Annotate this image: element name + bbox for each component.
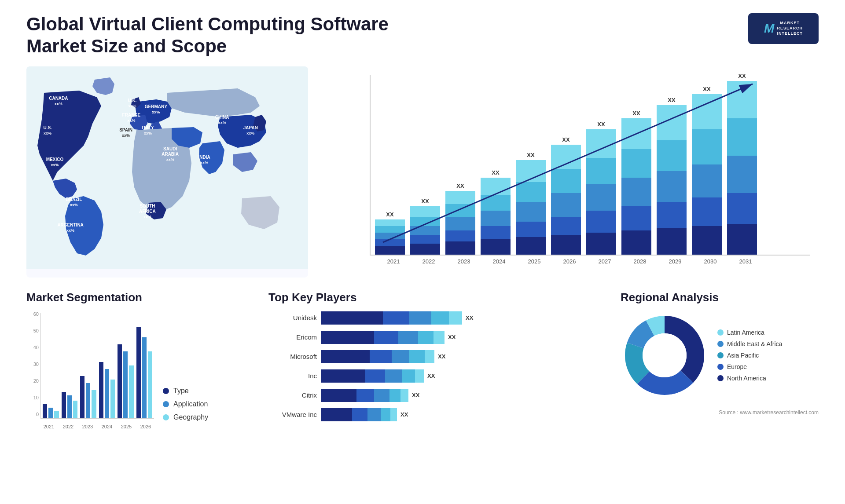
segmentation-section: Market Segmentation 0 10 20 30 40 50 60	[26, 291, 255, 440]
bar-seg-2024-3	[481, 195, 511, 211]
bar-top-label-2024: XX	[492, 169, 499, 176]
player-bar-seg-3	[402, 369, 415, 383]
legend-geography: Geography	[163, 413, 208, 421]
bar-seg-2023-4	[445, 191, 475, 204]
bar-seg-2022-1	[410, 235, 440, 244]
bar-seg-2023-3	[445, 204, 475, 217]
world-map-svg	[26, 66, 308, 269]
player-bar-seg-0	[321, 389, 356, 402]
player-bar-seg-2	[385, 369, 402, 383]
seg-bar-2026-1	[142, 337, 147, 418]
players-title: Top Key Players	[268, 291, 607, 304]
player-value-Microsoft: XX	[438, 353, 445, 360]
seg-bar-2021-2	[54, 411, 59, 418]
player-bar-seg-3	[431, 311, 449, 325]
player-row-Inc: IncXX	[268, 369, 607, 383]
bar-seg-2027-0	[586, 233, 616, 255]
player-bar-seg-0	[321, 408, 352, 421]
seg-bar-group-2022	[62, 392, 78, 418]
player-bar-seg-1	[356, 389, 374, 402]
seg-x-label-2025: 2025	[118, 424, 135, 429]
players-chart: UnideskXXEricomXXMicrosoftXXIncXXCitrixX…	[268, 311, 607, 421]
player-bar-seg-1	[352, 408, 367, 421]
player-bar-seg-0	[321, 350, 370, 363]
player-bar-stack-Ericom	[321, 331, 445, 344]
player-bar-container-Ericom: XX	[321, 331, 456, 344]
player-name-Unidesk: Unidesk	[268, 314, 317, 321]
bar-group-2025: XX	[516, 152, 546, 255]
bar-seg-2025-4	[516, 160, 546, 182]
legend-dot-application	[163, 401, 169, 407]
header: Global Virtual Client Computing Software…	[26, 13, 819, 58]
map-section: CANADAxx% U.S.xx% MEXICOxx% BRAZILxx% AR…	[26, 66, 308, 278]
bar-seg-2022-0	[410, 244, 440, 255]
bar-stack-2027	[586, 129, 616, 255]
bar-seg-2028-4	[621, 118, 651, 149]
player-bar-seg-2	[374, 389, 389, 402]
seg-bar-group-2026	[136, 327, 153, 418]
legend-application: Application	[163, 400, 208, 408]
regional-label-apac: Asia Pacific	[727, 352, 759, 359]
seg-x-label-2022: 2022	[60, 424, 77, 429]
player-bar-seg-1	[374, 331, 398, 344]
seg-bar-2023-1	[86, 383, 90, 418]
player-name-Microsoft: Microsoft	[268, 353, 317, 360]
player-bar-container-Citrix: XX	[321, 389, 419, 402]
seg-x-label-2026: 2026	[137, 424, 154, 429]
page-container: Global Virtual Client Computing Software…	[0, 0, 845, 504]
player-bar-seg-4	[434, 331, 445, 344]
player-value-VMware-Inc: XX	[400, 411, 408, 418]
player-bar-seg-4	[425, 350, 434, 363]
player-value-Ericom: XX	[448, 334, 456, 340]
bar-seg-2023-1	[445, 230, 475, 241]
logo-line1: MARKET	[777, 21, 803, 26]
bar-top-label-2028: XX	[632, 110, 640, 117]
x-label-2031: 2031	[731, 258, 760, 265]
player-row-Citrix: CitrixXX	[268, 389, 607, 402]
bottom-area: Market Segmentation 0 10 20 30 40 50 60	[26, 291, 819, 440]
bar-seg-2021-4	[375, 219, 405, 226]
regional-dot-apac	[717, 352, 724, 358]
player-bar-seg-3	[409, 350, 425, 363]
bar-seg-2028-0	[621, 230, 651, 255]
source-area: Source : www.marketresearchintellect.com	[621, 408, 819, 416]
player-bar-seg-2	[367, 408, 381, 421]
seg-x-label-2021: 2021	[40, 424, 57, 429]
regional-label-na: North America	[727, 375, 766, 382]
regional-legend-apac: Asia Pacific	[717, 352, 782, 359]
bar-seg-2027-3	[586, 158, 616, 184]
player-value-Unidesk: XX	[466, 314, 473, 321]
bar-top-label-2026: XX	[562, 136, 569, 143]
seg-bar-2021-0	[43, 404, 47, 418]
donut-container: Latin America Middle East & Africa Asia …	[621, 311, 819, 399]
seg-bar-2022-1	[67, 395, 72, 418]
bar-stack-2028	[621, 118, 651, 255]
player-bar-seg-1	[370, 350, 392, 363]
content-area: CANADAxx% U.S.xx% MEXICOxx% BRAZILxx% AR…	[26, 66, 819, 278]
bar-stack-2031	[727, 81, 757, 255]
regional-dot-mea	[717, 341, 724, 347]
player-bar-seg-2	[398, 331, 418, 344]
bar-seg-2031-4	[727, 81, 757, 118]
player-name-Inc: Inc	[268, 372, 317, 380]
seg-bars-container	[40, 313, 154, 419]
seg-bar-group-2024	[99, 362, 115, 418]
bar-group-2029: XX	[657, 97, 687, 255]
source-text: Source : www.marketresearchintellect.com	[719, 409, 819, 416]
player-bar-stack-Citrix	[321, 389, 408, 402]
bar-seg-2030-4	[692, 94, 722, 129]
player-bar-seg-0	[321, 331, 374, 344]
bar-seg-2023-2	[445, 217, 475, 230]
x-label-2029: 2029	[660, 258, 690, 265]
seg-bar-2023-2	[92, 390, 96, 418]
bar-group-2026: XX	[551, 136, 581, 255]
x-label-2027: 2027	[590, 258, 620, 265]
bar-seg-2029-0	[657, 228, 687, 255]
bar-seg-2025-0	[516, 237, 546, 255]
seg-bar-2025-1	[123, 351, 128, 418]
bar-stack-2026	[551, 145, 581, 255]
bar-seg-2024-0	[481, 239, 511, 255]
seg-x-labels: 202120222023202420252026	[40, 424, 154, 429]
x-label-2023: 2023	[449, 258, 479, 265]
player-bar-seg-2	[392, 350, 409, 363]
